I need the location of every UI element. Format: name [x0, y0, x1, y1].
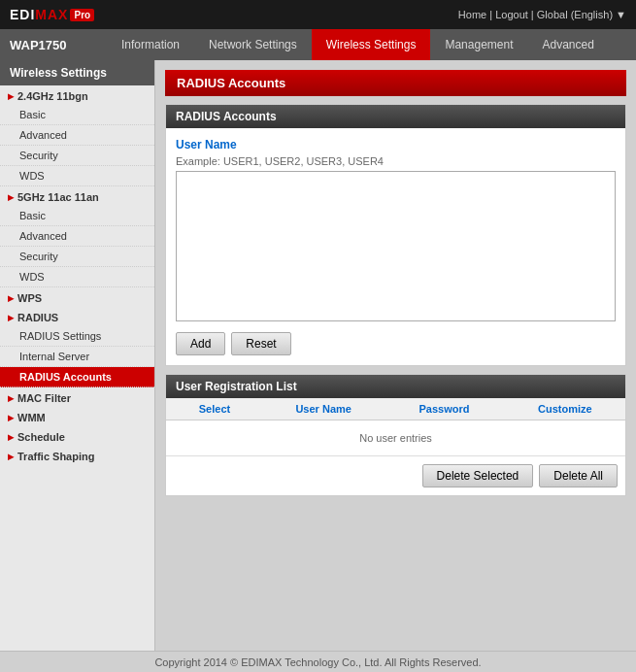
sidebar-item-24-advanced[interactable]: Advanced	[0, 125, 154, 146]
username-label: User Name	[176, 138, 616, 151]
sidebar-title: Wireless Settings	[0, 60, 154, 85]
footer: Copyright 2014 © EDIMAX Technology Co., …	[0, 651, 636, 672]
nav-information[interactable]: Information	[107, 29, 194, 60]
sidebar-section-wmm[interactable]: WMM	[0, 407, 154, 426]
sidebar-item-5-advanced[interactable]: Advanced	[0, 226, 154, 247]
table-header-row: Select User Name Password Customize	[166, 398, 625, 420]
navbar: WAP1750 Information Network Settings Wir…	[0, 29, 636, 60]
add-button[interactable]: Add	[176, 332, 225, 355]
action-buttons: Add Reset	[176, 332, 616, 355]
user-registration-box: User Registration List Select User Name …	[165, 374, 626, 496]
col-password: Password	[384, 398, 504, 420]
sidebar-section-radius[interactable]: RADIUS	[0, 307, 154, 326]
logo-pro: Pro	[70, 9, 94, 21]
reset-button[interactable]: Reset	[231, 332, 290, 355]
nav-wireless-settings[interactable]: Wireless Settings	[312, 29, 431, 60]
table-empty-message: No user entries	[166, 420, 625, 455]
nav-network-settings[interactable]: Network Settings	[194, 29, 312, 60]
delete-all-button[interactable]: Delete All	[539, 464, 618, 487]
page-title: RADIUS Accounts	[165, 70, 626, 96]
content: RADIUS Accounts RADIUS Accounts User Nam…	[155, 60, 636, 651]
logo: EDIMAX Pro	[10, 7, 94, 22]
logo-text: EDIMAX	[10, 7, 68, 22]
radius-accounts-content: User Name Example: USER1, USER2, USER3, …	[166, 128, 625, 365]
main-layout: Wireless Settings 2.4GHz 11bgn Basic Adv…	[0, 60, 636, 651]
footer-text: Copyright 2014 © EDIMAX Technology Co., …	[154, 656, 481, 668]
sidebar-section-traffic-shaping[interactable]: Traffic Shaping	[0, 446, 154, 465]
sidebar-section-schedule[interactable]: Schedule	[0, 426, 154, 446]
table-footer: Delete Selected Delete All	[166, 455, 625, 495]
username-textarea[interactable]	[176, 171, 616, 321]
sidebar-item-24-basic[interactable]: Basic	[0, 105, 154, 125]
col-select: Select	[166, 398, 263, 420]
radius-accounts-box: RADIUS Accounts User Name Example: USER1…	[165, 104, 626, 366]
radius-accounts-header: RADIUS Accounts	[166, 105, 625, 128]
sidebar: Wireless Settings 2.4GHz 11bgn Basic Adv…	[0, 60, 155, 651]
sidebar-item-24-security[interactable]: Security	[0, 146, 154, 166]
sidebar-item-5-basic[interactable]: Basic	[0, 206, 154, 226]
header: EDIMAX Pro Home | Logout | Global (Engli…	[0, 0, 636, 29]
sidebar-section-wps[interactable]: WPS	[0, 287, 154, 307]
header-links[interactable]: Home | Logout | Global (English) ▼	[458, 9, 626, 20]
nav-items: Information Network Settings Wireless Se…	[107, 29, 609, 60]
sidebar-item-radius-settings[interactable]: RADIUS Settings	[0, 326, 154, 347]
device-name: WAP1750	[10, 38, 87, 52]
sidebar-item-5-wds[interactable]: WDS	[0, 267, 154, 287]
sidebar-item-5-security[interactable]: Security	[0, 247, 154, 267]
sidebar-section-24ghz[interactable]: 2.4GHz 11bgn	[0, 85, 154, 105]
sidebar-section-mac-filter[interactable]: MAC Filter	[0, 387, 154, 407]
col-username: User Name	[263, 398, 384, 420]
nav-management[interactable]: Management	[430, 29, 527, 60]
delete-selected-button[interactable]: Delete Selected	[422, 464, 534, 487]
sidebar-item-internal-server[interactable]: Internal Server	[0, 347, 154, 367]
user-registration-header: User Registration List	[166, 375, 625, 398]
sidebar-item-24-wds[interactable]: WDS	[0, 166, 154, 186]
col-customize: Customize	[505, 398, 625, 420]
sidebar-section-5ghz[interactable]: 5GHz 11ac 11an	[0, 186, 154, 206]
username-hint: Example: USER1, USER2, USER3, USER4	[176, 155, 616, 167]
nav-advanced[interactable]: Advanced	[527, 29, 608, 60]
sidebar-item-radius-accounts[interactable]: RADIUS Accounts	[0, 367, 154, 387]
